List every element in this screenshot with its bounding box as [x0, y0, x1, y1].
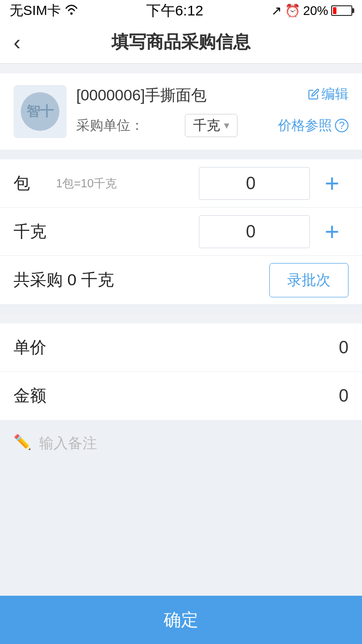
- kg-quantity-input[interactable]: [199, 215, 310, 248]
- status-bar: 无SIM卡 下午6:12 ↗ ⏰ 20%: [0, 0, 362, 21]
- note-section[interactable]: ✏️ 输入备注: [0, 420, 362, 478]
- unit-price-value: 0: [339, 337, 348, 358]
- section-divider-2: [0, 304, 362, 314]
- kg-input-row: 千克 +: [0, 208, 362, 256]
- edit-button[interactable]: 编辑: [308, 85, 348, 103]
- batch-button[interactable]: 录批次: [269, 263, 348, 297]
- pencil-icon: ✏️: [14, 434, 31, 450]
- kg-label: 千克: [14, 221, 52, 243]
- edit-label: 编辑: [321, 85, 348, 103]
- unit-selector[interactable]: 千克 ▾: [185, 114, 237, 137]
- total-text: 共采购 0 千克: [14, 269, 114, 291]
- svg-point-0: [70, 13, 72, 15]
- kg-plus-button[interactable]: +: [316, 215, 348, 248]
- product-thumbnail: 智十: [14, 85, 67, 138]
- amount-row: 金额 0: [0, 372, 362, 420]
- kg-input-right: +: [199, 215, 348, 248]
- product-card: 智十 [0000006]手撕面包 编辑 采购单位： 千克 ▾: [0, 73, 362, 150]
- bag-plus-button[interactable]: +: [316, 167, 348, 200]
- bag-input-row: 包 1包=10千克 +: [0, 159, 362, 208]
- amount-value: 0: [339, 386, 348, 406]
- note-placeholder: 输入备注: [39, 434, 97, 453]
- bag-input-right: +: [199, 167, 348, 200]
- battery-icon: [331, 5, 352, 16]
- status-left: 无SIM卡: [10, 1, 78, 20]
- wifi-icon: [65, 3, 78, 18]
- bag-sub-label: 1包=10千克: [56, 176, 199, 191]
- battery-percent: 20%: [303, 3, 328, 18]
- status-right: ↗ ⏰ 20%: [271, 3, 352, 18]
- confirm-bar[interactable]: 确定: [0, 596, 362, 644]
- price-ref-question-icon: ?: [335, 119, 348, 132]
- carrier-text: 无SIM卡: [10, 1, 61, 20]
- edit-icon: [308, 88, 320, 100]
- back-button[interactable]: ‹: [14, 32, 21, 53]
- unit-price-label: 单价: [14, 336, 46, 359]
- unit-label: 采购单位：: [76, 116, 144, 135]
- product-info: [0000006]手撕面包 编辑 采购单位： 千克 ▾ 价格参照 ?: [76, 85, 348, 137]
- status-time: 下午6:12: [146, 1, 203, 21]
- amount-label: 金额: [14, 385, 46, 407]
- alarm-icon: ⏰: [285, 3, 300, 18]
- unit-price-row: 单价 0: [0, 323, 362, 372]
- page-title: 填写商品采购信息: [111, 30, 251, 54]
- section-divider-1: [0, 150, 362, 159]
- bag-label: 包: [14, 172, 52, 195]
- price-ref-button[interactable]: 价格参照 ?: [278, 116, 348, 135]
- product-name: [0000006]手撕面包: [76, 85, 207, 106]
- unit-value: 千克: [193, 116, 220, 135]
- nav-bar: ‹ 填写商品采购信息: [0, 21, 362, 64]
- bag-quantity-input[interactable]: [199, 167, 310, 200]
- unit-dropdown-arrow: ▾: [224, 119, 229, 132]
- input-section: 包 1包=10千克 + 千克 +: [0, 159, 362, 256]
- price-ref-label: 价格参照: [278, 116, 332, 135]
- price-section: 单价 0 金额 0: [0, 323, 362, 420]
- bottom-space: [0, 478, 362, 613]
- product-thumb-text: 智十: [21, 92, 59, 131]
- location-icon: ↗: [271, 3, 282, 18]
- confirm-button-label: 确定: [164, 608, 198, 632]
- total-row: 共采购 0 千克 录批次: [0, 256, 362, 304]
